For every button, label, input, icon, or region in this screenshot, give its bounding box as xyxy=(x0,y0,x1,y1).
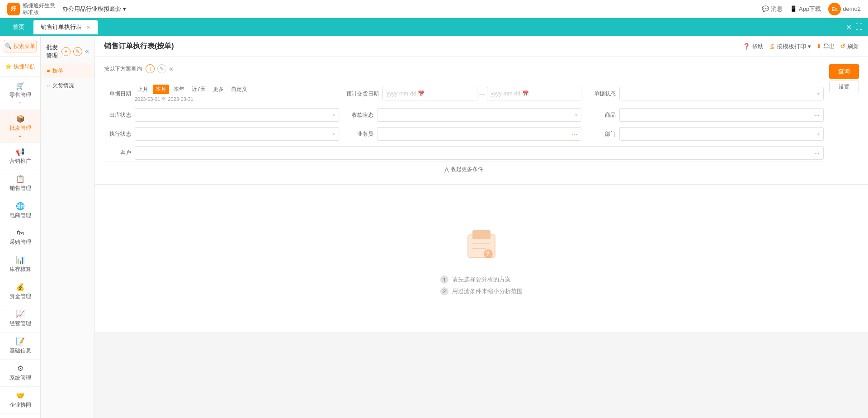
maximize-icon[interactable]: ⛶ xyxy=(855,23,863,31)
sidebar-item-retail[interactable]: 🛒 零售管理 ▾ xyxy=(0,77,40,110)
finance-icon: 💰 xyxy=(16,283,25,291)
dept-select[interactable]: ▾ xyxy=(619,127,824,141)
inactive-dot-icon xyxy=(47,85,50,87)
tab-bar: 首页 销售订单执行表 ✕ ✕ ⛶ xyxy=(0,18,868,36)
collapse-sidebar-button[interactable]: « xyxy=(85,47,89,56)
date-tab-custom[interactable]: 自定义 xyxy=(228,85,250,94)
quick-nav-button[interactable]: ⭐ 快捷导航 xyxy=(0,59,40,74)
add-scheme-button[interactable]: + xyxy=(146,64,155,73)
calendar-icon-2: 📅 xyxy=(522,90,529,97)
print-dropdown-icon: ▾ xyxy=(808,43,811,50)
date-tab-this-year[interactable]: 本年 xyxy=(171,85,187,94)
sidebar-item-operation[interactable]: 📈 经营管理 xyxy=(0,305,40,332)
message-button[interactable]: 💬 消息 xyxy=(762,5,783,13)
sidebar-search-section: 🔍 搜索菜单 xyxy=(0,36,40,57)
customer-more-icon[interactable]: ··· xyxy=(814,149,820,157)
sidebar-item-ecommerce[interactable]: 🌐 电商管理 xyxy=(0,197,40,224)
retail-icon: 🛒 xyxy=(16,81,25,90)
goods-more-icon[interactable]: ··· xyxy=(814,111,820,119)
exec-status-field: 执行状态 ▾ xyxy=(104,127,339,141)
filter-row-4: 客户 ··· xyxy=(104,146,824,160)
tab-bar-right: ✕ ⛶ xyxy=(846,23,863,32)
search-menu-button[interactable]: 🔍 搜索菜单 xyxy=(4,40,37,52)
svg-text:?: ? xyxy=(486,251,489,257)
tab-sales-order[interactable]: 销售订单执行表 ✕ xyxy=(33,20,98,34)
collapse-filter-button[interactable]: « xyxy=(169,65,173,73)
collect-status-select[interactable]: ▾ xyxy=(377,108,581,122)
sidebar-item-sales[interactable]: 📋 销售管理 xyxy=(0,170,40,197)
date-tab-7days[interactable]: 近7天 xyxy=(189,85,208,94)
date-tab-this-month[interactable]: 本月 xyxy=(153,85,169,94)
add-scheme-button[interactable]: + xyxy=(61,47,71,56)
calendar-icon-1: 📅 xyxy=(418,90,425,97)
refresh-icon: ↺ xyxy=(840,43,845,50)
app-download-button[interactable]: 📱 App下载 xyxy=(790,5,821,13)
expand-icon: ▾ xyxy=(19,100,21,105)
app-selector[interactable]: 办公用品行业模拟账套 ▾ xyxy=(62,5,126,13)
message-icon: 💬 xyxy=(762,5,769,12)
sidebar-item-system[interactable]: ⚙ 系统管理 xyxy=(0,360,40,387)
status-select[interactable]: ▾ xyxy=(619,87,824,100)
sidebar-item-finance[interactable]: 💰 资金管理 xyxy=(0,278,40,305)
tab-close-icon[interactable]: ✕ xyxy=(86,24,90,30)
dept-field: 部门 ▾ xyxy=(589,127,824,141)
filter-area: 按以下方案查询 + ✎ « 单据日期 xyxy=(95,57,868,185)
page-title: 销售订单执行表(按单) xyxy=(104,42,174,51)
collect-status-field: 收款状态 ▾ xyxy=(346,108,581,122)
sidebar-item-wholesale[interactable]: 📦 批发管理 ▴ xyxy=(0,110,40,143)
filter-row-3: 执行状态 ▾ 业务员 ··· xyxy=(104,127,824,141)
expand-icon: ▴ xyxy=(19,133,21,138)
help-icon: ❓ xyxy=(743,43,750,50)
export-button[interactable]: ⬇ 导出 xyxy=(816,43,835,51)
exec-status-dropdown-icon: ▾ xyxy=(333,132,335,137)
sub-sidebar-item-欠货情况[interactable]: 欠货情况 xyxy=(41,78,94,93)
filter-row-2: 出库状态 ▾ 收款状态 ▾ xyxy=(104,108,824,122)
exec-status-select[interactable]: ▾ xyxy=(135,127,339,141)
setting-button[interactable]: 设置 xyxy=(829,81,859,93)
sidebar-item-basic-info[interactable]: 📝 基础信息 xyxy=(0,332,40,360)
date-tab-more[interactable]: 更多 xyxy=(210,85,226,94)
sidebar-item-enterprise[interactable]: 🤝 企业协同 xyxy=(0,387,40,414)
edit-scheme-button[interactable]: ✎ xyxy=(157,64,166,73)
filter-scheme-row: 按以下方案查询 + ✎ « xyxy=(104,64,824,78)
print-icon: 🖨 xyxy=(769,43,775,50)
date-tab-last-month[interactable]: 上月 xyxy=(135,85,151,94)
collapse-more-button[interactable]: ⋀ 收起更多条件 xyxy=(444,166,483,173)
chevron-down-icon: ▾ xyxy=(123,5,126,12)
goods-input[interactable]: ··· xyxy=(619,108,824,122)
expected-date-to[interactable]: yyyy-mm-dd 📅 xyxy=(487,87,582,100)
operation-icon: 📈 xyxy=(16,310,25,318)
edit-scheme-button[interactable]: ✎ xyxy=(73,47,82,56)
top-bar-right: 💬 消息 📱 App下载 Ea demo2 xyxy=(762,3,861,15)
content-header: 销售订单执行表(按单) ❓ 帮助 🖨 按模板打印 ▾ ⬇ 导出 ↺ 刷新 xyxy=(95,36,868,57)
dept-dropdown-icon: ▾ xyxy=(817,132,820,137)
salesman-input[interactable]: ··· xyxy=(377,127,581,141)
query-button[interactable]: 查询 xyxy=(829,64,859,79)
customer-input[interactable]: ··· xyxy=(135,146,824,160)
top-bar: 好 畅捷通好生意 标准版 办公用品行业模拟账套 ▾ 💬 消息 📱 App下载 E… xyxy=(0,0,868,18)
sub-sidebar: 批发管理 + ✎ « 按单 欠货情况 xyxy=(41,36,95,418)
sub-sidebar-item-按单[interactable]: 按单 xyxy=(41,63,94,78)
print-button[interactable]: 🖨 按模板打印 ▾ xyxy=(769,43,811,51)
empty-step-2: 2 用过滤条件来缩小分析范围 xyxy=(440,287,523,295)
sidebar-item-guide[interactable]: 🔰 新手引导 xyxy=(0,414,40,418)
sidebar-item-inventory[interactable]: 📊 库存核算 xyxy=(0,251,40,278)
help-button[interactable]: ❓ 帮助 xyxy=(743,43,764,51)
empty-steps: 1 请先选择要分析的方案 2 用过滤条件来缩小分析范围 xyxy=(440,276,523,295)
collapse-more-row: ⋀ 收起更多条件 xyxy=(104,162,824,177)
close-window-icon[interactable]: ✕ xyxy=(846,23,852,32)
sidebar-item-purchase[interactable]: 🛍 采购管理 xyxy=(0,224,40,251)
tab-home[interactable]: 首页 xyxy=(5,20,32,34)
logo-area: 好 畅捷通好生意 标准版 xyxy=(7,2,55,15)
filter-fields: 按以下方案查询 + ✎ « 单据日期 xyxy=(104,64,824,177)
user-profile[interactable]: Ea demo2 xyxy=(828,3,861,15)
query-buttons: 查询 设置 xyxy=(829,64,859,177)
sidebar-item-marketing[interactable]: 📢 营销推广 xyxy=(0,143,40,170)
status-dropdown-icon: ▾ xyxy=(817,91,820,96)
customer-field: 客户 ··· xyxy=(104,146,824,160)
ship-status-select[interactable]: ▾ xyxy=(135,108,339,122)
expected-date-from[interactable]: yyyy-mm-dd 📅 xyxy=(382,87,477,100)
status-field: 单据状态 ▾ xyxy=(589,87,824,100)
refresh-button[interactable]: ↺ 刷新 xyxy=(840,43,859,51)
salesman-more-icon[interactable]: ··· xyxy=(572,130,577,138)
